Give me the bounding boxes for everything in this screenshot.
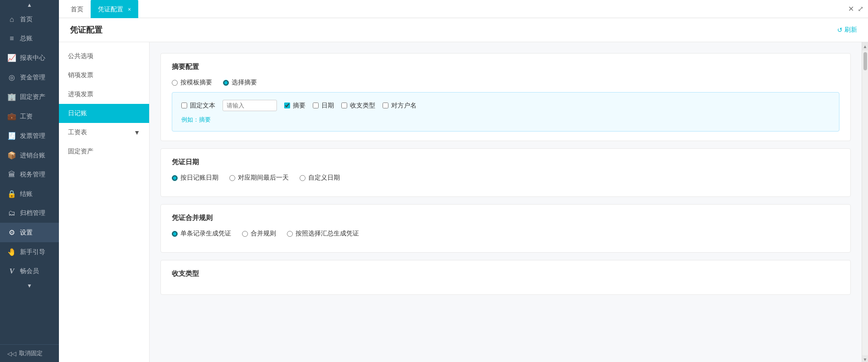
radio-single-record-input[interactable] (172, 231, 178, 237)
radio-by-template-input[interactable] (172, 80, 178, 86)
radio-select-summary-input[interactable] (223, 80, 229, 86)
income-type-title: 收支类型 (172, 269, 839, 278)
radio-by-journal-date[interactable]: 按日记账日期 (172, 174, 218, 182)
closing-icon: 🔒 (7, 190, 16, 198)
sidebar-item-vip[interactable]: V 畅会员 (0, 262, 59, 281)
sidebar-item-closing[interactable]: 🔒 结账 (0, 184, 59, 204)
checkbox-summary-input[interactable] (284, 103, 290, 108)
summary-preview: 例如：摘要 (181, 116, 830, 124)
checkbox-counterpart[interactable]: 对方户名 (383, 102, 417, 110)
scroll-up-btn[interactable]: ▲ (862, 42, 868, 50)
checkbox-summary[interactable]: 摘要 (284, 102, 305, 110)
summary-radio-group: 按模板摘要 选择摘要 (172, 78, 839, 87)
guide-icon: 🤚 (7, 248, 16, 256)
scroll-track: ▲ ▼ (862, 42, 868, 362)
tab-home[interactable]: 首页 (63, 0, 91, 18)
sidebar-item-guide[interactable]: 🤚 新手引导 (0, 242, 59, 262)
refresh-btn[interactable]: ↺ 刷新 (837, 26, 857, 34)
main-area: 首页 凭证配置 × ✕ ⤢ 凭证配置 ↺ 刷新 公共选项 (59, 0, 868, 362)
fixed-text-input[interactable] (223, 100, 277, 111)
window-close-icon[interactable]: ✕ (848, 5, 854, 13)
radio-last-day-input[interactable] (229, 175, 235, 181)
left-nav-item-fixed-assets[interactable]: 固定资产 (59, 142, 149, 161)
sidebar-item-assets[interactable]: 🏢 固定资产 (0, 87, 59, 107)
left-nav-item-payroll-table[interactable]: 工资表 ▼ (59, 123, 149, 142)
assets-icon: 🏢 (7, 93, 16, 101)
radio-select-summary[interactable]: 选择摘要 (223, 78, 257, 87)
radio-custom-date-input[interactable] (300, 175, 305, 181)
radio-by-template[interactable]: 按模板摘要 (172, 78, 212, 87)
page-content: 凭证配置 ↺ 刷新 公共选项 销项发票 进项发票 日记账 (59, 18, 868, 362)
radio-by-journal-date-input[interactable] (172, 175, 178, 181)
archive-icon: 🗂 (7, 209, 16, 217)
sidebar-item-purchase[interactable]: 📦 进销台账 (0, 146, 59, 165)
left-nav-item-purchase-inv[interactable]: 进项发票 (59, 85, 149, 104)
date-radio-group: 按日记账日期 对应期间最后一天 自定义日期 (172, 174, 839, 182)
tab-bar: 首页 凭证配置 × ✕ ⤢ (59, 0, 868, 18)
sidebar-scroll-down[interactable]: ▼ (0, 281, 59, 291)
scroll-thumb[interactable] (863, 52, 867, 70)
page-title: 凭证配置 (70, 24, 102, 35)
refresh-icon: ↺ (837, 26, 843, 34)
right-content: 摘要配置 按模板摘要 选择摘要 (150, 42, 862, 362)
sidebar-item-funds[interactable]: ◎ 资金管理 (0, 68, 59, 87)
content-body: 公共选项 销项发票 进项发票 日记账 工资表 ▼ 固定资产 (59, 42, 868, 362)
radio-by-selection-input[interactable] (287, 231, 293, 237)
radio-merge-rule[interactable]: 合并规则 (242, 230, 276, 238)
income-type-section: 收支类型 (160, 260, 851, 295)
chevron-down-icon: ▼ (134, 129, 140, 136)
left-nav: 公共选项 销项发票 进项发票 日记账 工资表 ▼ 固定资产 (59, 42, 150, 362)
invoices-icon: 🧾 (7, 132, 16, 140)
date-section-title: 凭证日期 (172, 158, 839, 166)
merge-radio-group: 单条记录生成凭证 合并规则 按照选择汇总生成凭证 (172, 230, 839, 238)
vip-icon: V (7, 267, 16, 275)
summary-section: 摘要配置 按模板摘要 选择摘要 (160, 53, 851, 141)
checkbox-date-input[interactable] (313, 103, 319, 108)
merge-section: 凭证合并规则 单条记录生成凭证 合并规则 按照选择汇总生成凭证 (160, 204, 851, 253)
date-section: 凭证日期 按日记账日期 对应期间最后一天 自定义日期 (160, 148, 851, 197)
checkbox-income-type-input[interactable] (341, 103, 347, 108)
left-nav-item-journal[interactable]: 日记账 (59, 104, 149, 123)
tab-bar-right: ✕ ⤢ (848, 5, 863, 13)
sidebar-item-ledger[interactable]: ≡ 总账 (0, 29, 59, 48)
tab-voucher-config[interactable]: 凭证配置 × (91, 0, 138, 18)
reports-icon: 📈 (7, 54, 16, 62)
sidebar-item-tax[interactable]: 🏛 税务管理 (0, 165, 59, 184)
settings-icon: ⚙ (7, 228, 16, 237)
sidebar-item-reports[interactable]: 📈 报表中心 (0, 48, 59, 68)
ledger-icon: ≡ (7, 34, 16, 43)
merge-section-title: 凭证合并规则 (172, 214, 839, 222)
checkbox-fixed-text-input[interactable] (181, 103, 187, 108)
summary-section-title: 摘要配置 (172, 63, 839, 71)
sidebar-scroll-up[interactable]: ▲ (0, 0, 59, 10)
sidebar-unpin-btn[interactable]: ◁◁ 取消固定 (0, 344, 59, 362)
funds-icon: ◎ (7, 73, 16, 82)
summary-options-row: 固定文本 摘要 日期 (181, 100, 830, 111)
left-nav-item-sales[interactable]: 销项发票 (59, 66, 149, 85)
window-resize-icon[interactable]: ⤢ (858, 5, 863, 13)
purchase-icon: 📦 (7, 151, 16, 160)
tab-close-btn[interactable]: × (128, 6, 131, 13)
sidebar: ▲ ⌂ 首页 ≡ 总账 📈 报表中心 ◎ 资金管理 🏢 固定资产 💼 工资 🧾 … (0, 0, 59, 362)
sidebar-item-home[interactable]: ⌂ 首页 (0, 10, 59, 29)
radio-by-selection[interactable]: 按照选择汇总生成凭证 (287, 230, 359, 238)
radio-last-day[interactable]: 对应期间最后一天 (229, 174, 289, 182)
home-icon: ⌂ (7, 15, 16, 24)
summary-config-box: 固定文本 摘要 日期 (172, 92, 839, 132)
radio-custom-date[interactable]: 自定义日期 (300, 174, 340, 182)
radio-merge-rule-input[interactable] (242, 231, 248, 237)
checkbox-date[interactable]: 日期 (313, 102, 334, 110)
scroll-down-btn[interactable]: ▼ (862, 355, 868, 362)
tax-icon: 🏛 (7, 171, 16, 179)
sidebar-item-invoices[interactable]: 🧾 发票管理 (0, 126, 59, 146)
sidebar-item-archive[interactable]: 🗂 归档管理 (0, 204, 59, 223)
sidebar-item-settings[interactable]: ⚙ 设置 (0, 223, 59, 242)
checkbox-counterpart-input[interactable] (383, 103, 388, 108)
radio-single-record[interactable]: 单条记录生成凭证 (172, 230, 231, 238)
payroll-icon: 💼 (7, 112, 16, 121)
sidebar-item-payroll[interactable]: 💼 工资 (0, 107, 59, 126)
checkbox-fixed-text[interactable]: 固定文本 (181, 102, 215, 110)
left-nav-item-public[interactable]: 公共选项 (59, 47, 149, 66)
checkbox-income-type[interactable]: 收支类型 (341, 102, 375, 110)
page-header: 凭证配置 ↺ 刷新 (59, 18, 868, 42)
